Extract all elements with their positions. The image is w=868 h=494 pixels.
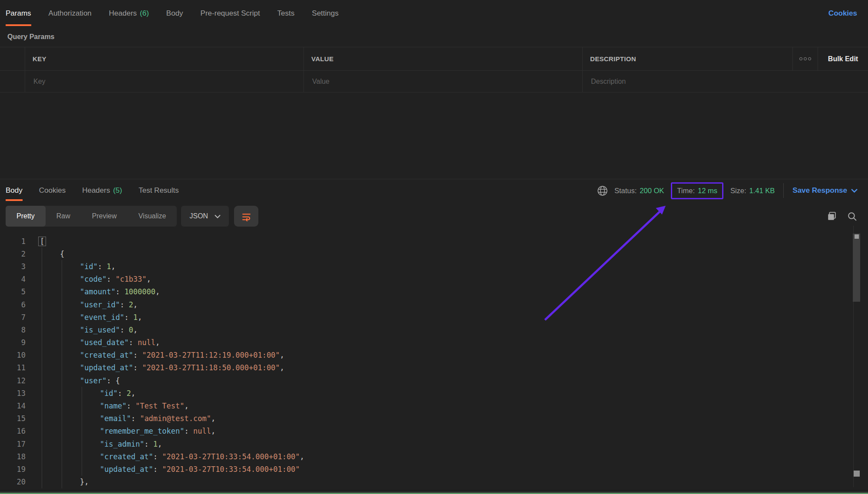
row-handle-cell — [0, 47, 25, 70]
line-number: 17 — [0, 440, 33, 448]
request-tab-tests[interactable]: Tests — [277, 0, 295, 27]
code-token: "created_at" — [100, 452, 153, 461]
key-input[interactable] — [33, 77, 278, 86]
code-token: 2 — [129, 300, 133, 309]
request-tab-headers[interactable]: Headers(6) — [109, 0, 149, 27]
description-input[interactable] — [590, 77, 842, 86]
code-token: : — [116, 287, 124, 296]
code-line: 19"updated_at": "2021-03-27T10:33:54.000… — [0, 463, 855, 475]
indent-guide — [42, 425, 42, 438]
response-body-json[interactable]: 1[2{3"id": 1,4"code": "c1b33",5"amount":… — [0, 235, 855, 488]
code-text: "id": 1, — [33, 262, 116, 271]
size-badge: Size: 1.41 KB — [730, 187, 775, 195]
size-value: 1.41 KB — [749, 187, 775, 195]
response-section: BodyCookiesHeaders(5)Test Results Status… — [0, 179, 868, 494]
code-token: }, — [80, 478, 89, 486]
response-tab-headers[interactable]: Headers(5) — [82, 179, 122, 202]
wrap-text-button[interactable] — [234, 206, 258, 227]
code-token: : — [133, 363, 142, 372]
more-options-icon — [799, 57, 802, 60]
wrap-text-icon — [241, 211, 252, 222]
code-text: "used_date": null, — [33, 338, 160, 347]
code-token: , — [155, 287, 160, 296]
code-cell: "id": 2, — [33, 387, 855, 399]
code-token: , — [131, 389, 135, 398]
request-tab-body[interactable]: Body — [166, 0, 183, 27]
response-tab-cookies[interactable]: Cookies — [39, 179, 66, 202]
code-cell: "code": "c1b33", — [33, 273, 855, 286]
more-options-button[interactable] — [793, 47, 818, 70]
view-mode-raw[interactable]: Raw — [46, 206, 81, 227]
code-text: "remember_me_token": null, — [33, 427, 215, 435]
code-text: "created_at": "2021-03-27T11:12:19.000+0… — [33, 351, 284, 359]
response-tab-body[interactable]: Body — [6, 179, 23, 202]
scrollbar-thumb[interactable] — [853, 234, 860, 302]
code-token: "2021-03-27T11:12:19.000+01:00" — [142, 351, 280, 359]
code-cell: "is_admin": 1, — [33, 438, 855, 450]
line-number: 3 — [0, 262, 33, 271]
request-tab-pre-request-script[interactable]: Pre-request Script — [201, 0, 260, 27]
line-number: 7 — [0, 313, 33, 322]
code-cell: "user_id": 2, — [33, 298, 855, 311]
code-token: null — [193, 427, 211, 435]
indent-guide — [42, 387, 42, 399]
indent-guide — [42, 349, 42, 362]
line-number: 10 — [0, 351, 33, 359]
key-input-cell — [25, 71, 304, 92]
bulk-edit-button[interactable]: Bulk Edit — [825, 55, 861, 63]
cookies-link[interactable]: Cookies — [828, 9, 857, 18]
save-response-button[interactable]: Save Response — [792, 186, 858, 195]
code-text: "event_id": 1, — [33, 313, 142, 322]
params-input-row — [0, 70, 868, 92]
response-tab-test-results[interactable]: Test Results — [139, 179, 179, 202]
code-token: : — [129, 338, 138, 347]
value-input[interactable] — [311, 77, 557, 86]
code-token: "is_admin" — [100, 440, 144, 448]
status-label: Status: — [614, 187, 637, 195]
indent-guide — [82, 387, 82, 399]
code-line: 5"amount": 1000000, — [0, 286, 855, 298]
indent-guide — [62, 336, 62, 349]
code-token: : — [153, 452, 162, 461]
line-number: 13 — [0, 389, 33, 398]
code-token: "c1b33" — [116, 275, 147, 283]
request-tab-params[interactable]: Params — [6, 0, 31, 27]
description-input-cell — [583, 71, 868, 92]
indent-guide — [62, 425, 62, 438]
tab-count-badge: (6) — [140, 9, 149, 18]
view-mode-preview[interactable]: Preview — [81, 206, 128, 227]
request-tab-settings[interactable]: Settings — [312, 0, 338, 27]
search-button[interactable] — [847, 211, 858, 222]
scrollbar-thumb-cap — [855, 234, 859, 239]
indent-guide — [62, 286, 62, 298]
code-token: , — [133, 326, 138, 334]
code-token: : — [118, 389, 126, 398]
code-token: 1 — [153, 440, 158, 448]
key-column-label: KEY — [33, 55, 46, 63]
code-token: "event_id" — [80, 313, 124, 322]
indent-guide — [62, 349, 62, 362]
code-cell: "updated_at": "2021-03-27T11:18:50.000+0… — [33, 362, 855, 374]
code-cell: "email": "admin@test.com", — [33, 412, 855, 425]
code-line: 2{ — [0, 247, 855, 260]
code-line: 11"updated_at": "2021-03-27T11:18:50.000… — [0, 362, 855, 374]
viewer-actions — [826, 211, 858, 222]
view-mode-pretty[interactable]: Pretty — [6, 206, 46, 227]
code-text: "email": "admin@test.com", — [33, 414, 215, 423]
request-tab-authorization[interactable]: Authorization — [49, 0, 92, 27]
indent-guide — [42, 362, 42, 374]
code-cell: [ — [33, 235, 855, 247]
code-cell: "id": 1, — [33, 260, 855, 273]
language-dropdown[interactable]: JSON — [181, 206, 229, 227]
indent-guide — [82, 463, 82, 475]
code-token: "updated_at" — [100, 465, 153, 474]
view-mode-visualize[interactable]: Visualize — [128, 206, 177, 227]
globe-icon[interactable] — [597, 185, 608, 197]
code-line: 4"code": "c1b33", — [0, 273, 855, 286]
copy-button[interactable] — [826, 211, 837, 222]
code-token: 1 — [133, 313, 138, 322]
code-token: "name" — [100, 402, 126, 410]
indent-guide — [62, 438, 62, 450]
indent-guide — [62, 476, 62, 488]
code-token: , — [111, 262, 116, 271]
